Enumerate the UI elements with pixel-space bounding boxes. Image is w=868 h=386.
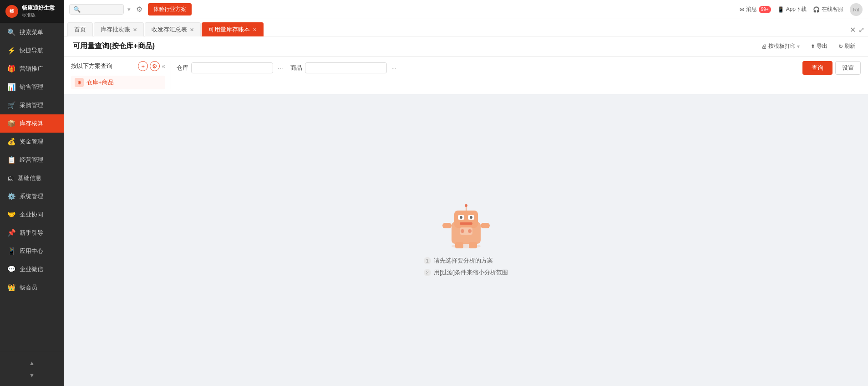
- sidebar-icon-finance: 💰: [7, 138, 16, 146]
- tab-home[interactable]: 首页: [67, 22, 93, 36]
- empty-tip-2: 2 用[过滤]条件来缩小分析范围: [424, 268, 508, 277]
- message-label: 消息: [746, 5, 757, 13]
- tab-receipt-summary[interactable]: 收发存汇总表✕: [145, 22, 201, 36]
- export-icon: ⬆: [811, 43, 815, 50]
- settings-button[interactable]: 设置: [835, 61, 861, 75]
- sidebar-item-search[interactable]: 🔍 搜索菜单: [0, 23, 64, 41]
- app-download-button[interactable]: 📱 App下载: [777, 5, 807, 13]
- refresh-icon: ↻: [838, 43, 843, 50]
- sidebar-icon-operation: 📋: [7, 156, 16, 164]
- sidebar-item-finance[interactable]: 💰 资金管理: [0, 133, 64, 151]
- sidebar-app-subtitle: 标准版: [22, 12, 55, 18]
- topbar-gear-icon[interactable]: ⚙: [134, 3, 144, 15]
- topbar-dropdown-icon[interactable]: ▾: [127, 6, 131, 13]
- sidebar-item-purchase[interactable]: 🛒 采购管理: [0, 96, 64, 114]
- app-label: App下载: [786, 5, 807, 13]
- sidebar-icon-marketing: 🎁: [7, 65, 16, 73]
- collapse-icon[interactable]: «: [162, 62, 165, 70]
- page-content: 可用量查询(按仓库+商品) 🖨 按模板打印 ▾ ⬆ 导出 ↻ 刷新: [64, 36, 868, 386]
- empty-state: 1 请先选择要分析的方案 2 用[过滤]条件来缩小分析范围: [64, 94, 868, 386]
- sidebar-item-wechat[interactable]: 💬 企业微信: [0, 260, 64, 278]
- tip-text-1: 请先选择要分析的方案: [434, 257, 493, 265]
- sidebar-scroll-down[interactable]: ▼: [0, 369, 64, 381]
- tab-label-home: 首页: [74, 26, 86, 34]
- topbar-search-box[interactable]: 🔍: [69, 4, 124, 15]
- maximize-button[interactable]: ⤢: [858, 26, 864, 34]
- topbar-search-input[interactable]: [82, 6, 119, 13]
- service-icon: 🎧: [813, 6, 820, 13]
- sidebar-label-member: 畅会员: [20, 283, 37, 292]
- svg-rect-13: [469, 242, 477, 248]
- svg-rect-2: [454, 211, 478, 228]
- message-badge: 99+: [759, 6, 771, 13]
- svg-point-5: [460, 216, 462, 219]
- sidebar-item-operation[interactable]: 📋 经营管理: [0, 151, 64, 169]
- industry-solution-button[interactable]: 体验行业方案: [148, 3, 192, 15]
- sidebar-scroll-up[interactable]: ▲: [0, 357, 64, 369]
- main-content: 🔍 ▾ ⚙ 体验行业方案 ✉ 消息 99+ 📱 App下载 🎧 在线客服 Ri: [64, 0, 868, 386]
- goods-input[interactable]: [305, 62, 387, 73]
- add-scheme-button[interactable]: +: [138, 61, 148, 71]
- sidebar-label-sales: 销售管理: [20, 83, 43, 91]
- filter-actions: 查询 设置: [802, 61, 861, 75]
- query-filter-panel: 仓库 ··· 商品 ··· 查询 设置: [177, 61, 861, 89]
- edit-scheme-button[interactable]: ⚙: [150, 61, 160, 71]
- query-button[interactable]: 查询: [802, 61, 832, 75]
- sidebar-logo: 畅: [5, 5, 18, 18]
- sidebar-icon-enterprise: 🤝: [7, 211, 16, 219]
- scheme-item-warehouse-goods[interactable]: ⊕ 仓库+商品: [71, 76, 165, 89]
- sidebar-nav: 🔍 搜索菜单 ⚡ 快捷导航 🎁 营销推广 📊 销售管理 🛒 采购管理 📦 库存核…: [0, 23, 64, 352]
- sidebar-label-quick-nav: 快捷导航: [20, 46, 43, 55]
- tabs-bar: 首页库存批次账✕收发存汇总表✕可用量库存账本✕ ✕ ⤢: [64, 19, 868, 36]
- scheme-item-label: 仓库+商品: [86, 78, 114, 87]
- sidebar-icon-wechat: 💬: [7, 265, 16, 273]
- empty-tips: 1 请先选择要分析的方案 2 用[过滤]条件来缩小分析范围: [424, 257, 508, 277]
- tab-close-available-ledger[interactable]: ✕: [253, 27, 257, 33]
- sidebar-item-newbie[interactable]: 📌 新手引导: [0, 224, 64, 242]
- sidebar-item-marketing[interactable]: 🎁 营销推广: [0, 60, 64, 78]
- export-button[interactable]: ⬆ 导出: [807, 41, 831, 51]
- sidebar-icon-newbie: 📌: [7, 229, 16, 237]
- sidebar-item-member[interactable]: 👑 畅会员: [0, 278, 64, 297]
- sidebar-label-wechat: 企业微信: [20, 265, 43, 273]
- tab-batch-account[interactable]: 库存批次账✕: [94, 22, 144, 36]
- message-icon: ✉: [740, 6, 744, 13]
- sidebar-item-appstore[interactable]: 📱 应用中心: [0, 242, 64, 260]
- tip-num-1: 1: [424, 257, 431, 264]
- print-dropdown-icon[interactable]: ▾: [797, 43, 800, 50]
- sidebar-item-quick-nav[interactable]: ⚡ 快捷导航: [0, 41, 64, 60]
- page-title: 可用量查询(按仓库+商品): [73, 41, 155, 51]
- sidebar-item-system[interactable]: ⚙️ 系统管理: [0, 187, 64, 206]
- refresh-button[interactable]: ↻ 刷新: [835, 41, 859, 51]
- print-button[interactable]: 🖨 按模板打印 ▾: [758, 41, 803, 51]
- warehouse-input[interactable]: [191, 62, 273, 73]
- warehouse-more-icon[interactable]: ···: [276, 64, 285, 72]
- tab-close-batch-account[interactable]: ✕: [133, 27, 137, 33]
- sidebar-item-inventory[interactable]: 📦 库存核算: [0, 114, 64, 133]
- sidebar-label-operation: 经营管理: [20, 156, 43, 164]
- sidebar-label-system: 系统管理: [20, 192, 43, 201]
- topbar-right: ✉ 消息 99+ 📱 App下载 🎧 在线客服 Rit: [740, 3, 863, 16]
- user-avatar[interactable]: Rit: [850, 3, 863, 16]
- goods-more-icon[interactable]: ···: [390, 64, 399, 72]
- query-scheme-panel: 按以下方案查询 + ⚙ « ⊕ 仓库+商品: [71, 61, 171, 89]
- sidebar-icon-appstore: 📱: [7, 247, 16, 255]
- sidebar-header: 畅 畅康通好生意 标准版: [0, 0, 64, 23]
- sidebar-icon-member: 👑: [7, 283, 16, 292]
- tab-available-ledger[interactable]: 可用量库存账本✕: [202, 22, 264, 36]
- warehouse-filter: 仓库 ···: [177, 62, 285, 73]
- tab-close-receipt-summary[interactable]: ✕: [190, 27, 194, 33]
- online-service-button[interactable]: 🎧 在线客服: [813, 5, 843, 13]
- sidebar-item-basic[interactable]: 🗂 基础信息: [0, 169, 64, 187]
- sidebar-item-enterprise[interactable]: 🤝 企业协同: [0, 206, 64, 224]
- close-tab-button[interactable]: ✕: [850, 26, 856, 34]
- message-button[interactable]: ✉ 消息 99+: [740, 5, 771, 13]
- svg-point-9: [465, 204, 467, 207]
- avatar: Rit: [850, 3, 863, 16]
- tab-label-batch-account: 库存批次账: [101, 26, 130, 34]
- app-icon: 📱: [777, 6, 784, 13]
- sidebar-item-sales[interactable]: 📊 销售管理: [0, 78, 64, 96]
- page-header: 可用量查询(按仓库+商品) 🖨 按模板打印 ▾ ⬆ 导出 ↻ 刷新: [64, 36, 868, 57]
- sidebar-label-appstore: 应用中心: [20, 247, 43, 255]
- query-panel: 按以下方案查询 + ⚙ « ⊕ 仓库+商品 仓库: [64, 57, 868, 94]
